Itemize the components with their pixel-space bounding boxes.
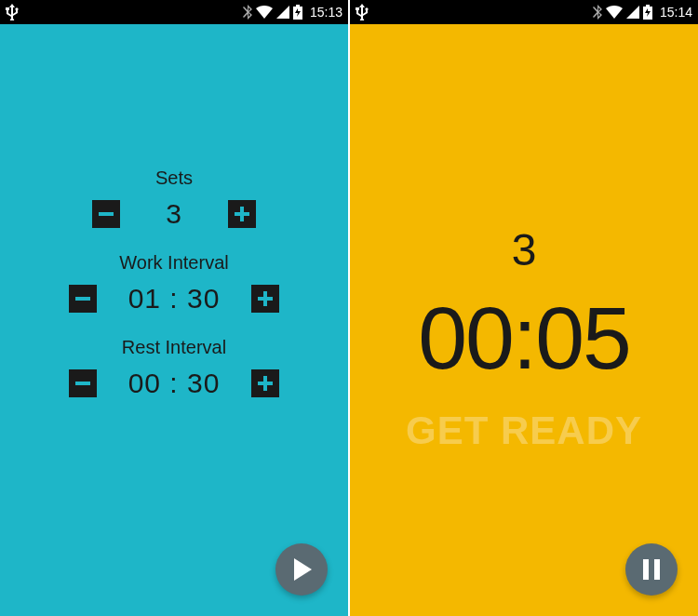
svg-rect-9	[643, 559, 649, 580]
battery-icon	[643, 5, 652, 20]
usb-icon	[6, 4, 19, 20]
countdown-content: 3 00:05 GET READY	[350, 24, 698, 616]
work-interval-label: Work Interval	[119, 252, 228, 274]
play-icon	[291, 558, 312, 581]
countdown-phase-label: GET READY	[406, 408, 642, 453]
pause-button[interactable]	[625, 543, 678, 596]
wifi-icon	[256, 6, 273, 19]
rest-interval-label: Rest Interval	[122, 337, 226, 358]
status-bar: 15:14	[350, 0, 698, 24]
sets-decrement-button[interactable]	[92, 200, 120, 228]
wifi-icon	[606, 6, 623, 19]
sets-value: 3	[146, 198, 202, 230]
work-interval-value: 01 : 30	[123, 283, 225, 315]
sets-increment-button[interactable]	[228, 200, 256, 228]
config-content: Sets 3 Work Interval 01 : 30	[0, 24, 348, 616]
signal-icon	[276, 6, 289, 19]
countdown-set-number: 3	[512, 224, 537, 275]
svg-rect-8	[263, 376, 267, 391]
rest-increment-button[interactable]	[251, 369, 279, 397]
countdown-time: 00:05	[418, 294, 630, 382]
signal-icon	[626, 6, 639, 19]
sets-row: 3	[92, 198, 256, 230]
usb-icon	[356, 4, 369, 20]
work-interval-row: 01 : 30	[69, 283, 279, 315]
sets-label: Sets	[155, 167, 193, 189]
bluetooth-icon	[593, 5, 602, 20]
work-decrement-button[interactable]	[69, 285, 97, 313]
sets-group: Sets 3	[92, 167, 256, 230]
svg-rect-0	[99, 212, 114, 216]
svg-rect-5	[263, 291, 267, 306]
pause-icon	[643, 559, 660, 580]
rest-interval-value: 00 : 30	[123, 368, 225, 399]
rest-interval-row: 00 : 30	[69, 368, 279, 399]
rest-interval-group: Rest Interval 00 : 30	[69, 337, 279, 399]
svg-rect-10	[654, 559, 660, 580]
rest-decrement-button[interactable]	[69, 369, 97, 397]
svg-rect-2	[240, 207, 244, 221]
battery-icon	[293, 5, 302, 20]
status-time: 15:14	[660, 5, 692, 20]
work-increment-button[interactable]	[251, 285, 279, 313]
bluetooth-icon	[243, 5, 252, 20]
work-interval-group: Work Interval 01 : 30	[69, 252, 279, 315]
svg-rect-6	[75, 382, 90, 385]
status-time: 15:13	[310, 5, 342, 20]
timer-running-screen: 15:14 3 00:05 GET READY	[350, 0, 698, 616]
timer-config-screen: 15:13 Sets 3 Work Interval 01 : 30	[0, 0, 348, 616]
svg-rect-3	[75, 297, 90, 301]
status-bar: 15:13	[0, 0, 348, 24]
play-button[interactable]	[275, 543, 328, 596]
